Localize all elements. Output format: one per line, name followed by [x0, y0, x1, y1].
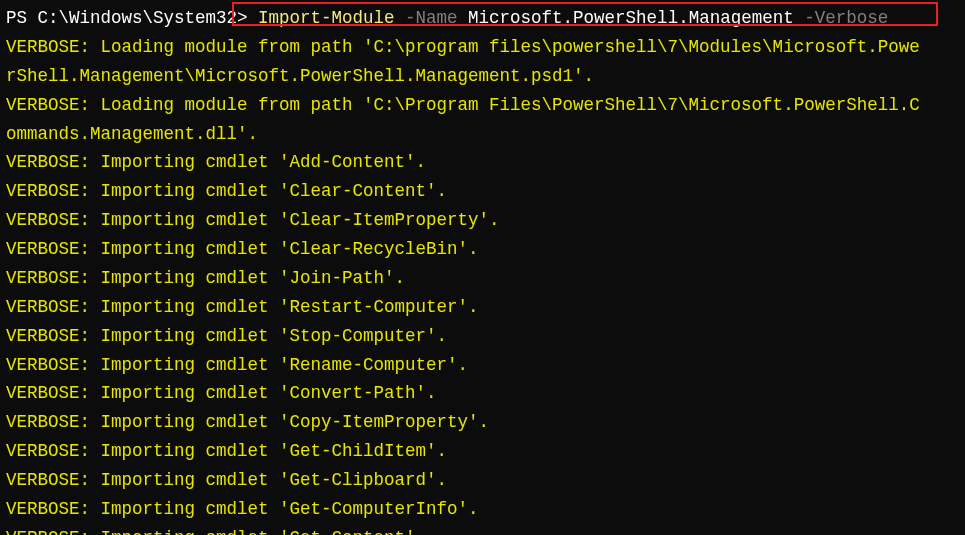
verbose-line: ommands.Management.dll'. — [6, 120, 959, 149]
verbose-line: VERBOSE: Importing cmdlet 'Clear-Content… — [6, 177, 959, 206]
verbose-output: VERBOSE: Loading module from path 'C:\pr… — [6, 33, 959, 535]
verbose-line: VERBOSE: Importing cmdlet 'Get-ChildItem… — [6, 437, 959, 466]
verbose-line: VERBOSE: Importing cmdlet 'Rename-Comput… — [6, 351, 959, 380]
param-verbose-flag: -Verbose — [794, 8, 889, 28]
verbose-line: VERBOSE: Importing cmdlet 'Clear-ItemPro… — [6, 206, 959, 235]
verbose-line: VERBOSE: Loading module from path 'C:\pr… — [6, 33, 959, 62]
verbose-line: VERBOSE: Importing cmdlet 'Restart-Compu… — [6, 293, 959, 322]
verbose-line: VERBOSE: Loading module from path 'C:\Pr… — [6, 91, 959, 120]
verbose-line: VERBOSE: Importing cmdlet 'Get-Content'. — [6, 524, 959, 535]
param-name-flag: -Name — [395, 8, 469, 28]
command-line[interactable]: PS C:\Windows\System32> Import-Module -N… — [6, 4, 959, 33]
verbose-line: VERBOSE: Importing cmdlet 'Convert-Path'… — [6, 379, 959, 408]
verbose-line: VERBOSE: Importing cmdlet 'Copy-ItemProp… — [6, 408, 959, 437]
verbose-line: VERBOSE: Importing cmdlet 'Stop-Computer… — [6, 322, 959, 351]
verbose-line: VERBOSE: Importing cmdlet 'Join-Path'. — [6, 264, 959, 293]
ps-prompt: PS C:\Windows\System32> — [6, 8, 258, 28]
module-name-arg: Microsoft.PowerShell.Management — [468, 8, 794, 28]
verbose-line: VERBOSE: Importing cmdlet 'Add-Content'. — [6, 148, 959, 177]
verbose-line: VERBOSE: Importing cmdlet 'Clear-Recycle… — [6, 235, 959, 264]
verbose-line: VERBOSE: Importing cmdlet 'Get-Clipboard… — [6, 466, 959, 495]
verbose-line: rShell.Management\Microsoft.PowerShell.M… — [6, 62, 959, 91]
cmdlet-name: Import-Module — [258, 8, 395, 28]
verbose-line: VERBOSE: Importing cmdlet 'Get-ComputerI… — [6, 495, 959, 524]
